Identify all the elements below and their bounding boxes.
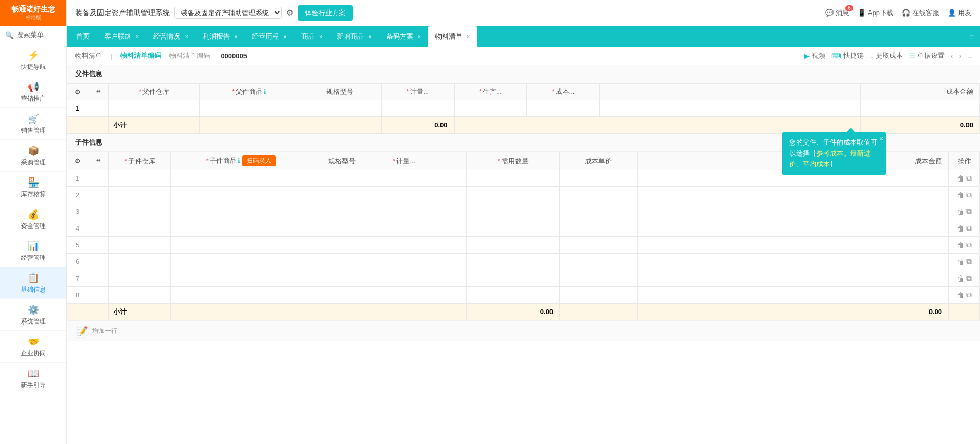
tab-goods[interactable]: 商品 × xyxy=(294,26,329,47)
parent-row-1-cost[interactable] xyxy=(527,100,600,117)
child-row-6-unit[interactable] xyxy=(373,254,435,270)
child-row-4-goods[interactable] xyxy=(171,220,311,237)
child-row-3-spec[interactable] xyxy=(311,203,373,220)
copy-icon-2[interactable]: ⧉ xyxy=(966,190,972,199)
delete-icon-4[interactable]: 🗑 xyxy=(957,224,964,233)
breadcrumb-current[interactable]: 物料清单编码 xyxy=(120,51,161,61)
system-select[interactable]: 装备及固定资产辅助管理系统 xyxy=(174,7,282,19)
sidebar-item-guide[interactable]: 📖 新手引导 xyxy=(0,363,66,394)
parent-row-1-unit[interactable] xyxy=(381,100,454,117)
tab-operation-history[interactable]: 经营历程 × xyxy=(244,26,293,47)
child-row-4-unit-price[interactable] xyxy=(560,220,638,237)
child-row-6-goods[interactable] xyxy=(171,254,311,270)
user-item[interactable]: 👤 用友 xyxy=(948,8,972,18)
child-row-8-spec[interactable] xyxy=(311,287,373,304)
online-service-item[interactable]: 🎧 在线客服 xyxy=(902,8,939,18)
child-row-2-goods[interactable] xyxy=(171,187,311,203)
sidebar-item-sales[interactable]: 🛒 销售管理 xyxy=(0,108,66,140)
child-row-5-warehouse[interactable] xyxy=(109,237,171,254)
tooltip-close-button[interactable]: × xyxy=(879,134,883,144)
sidebar-item-system[interactable]: ⚙️ 系统管理 xyxy=(0,299,66,331)
app-download-item[interactable]: 📱 App下载 xyxy=(858,8,893,18)
tab-new-goods[interactable]: 新增商品 × xyxy=(329,26,378,47)
delete-icon-5[interactable]: 🗑 xyxy=(957,241,964,249)
list-view-toggle[interactable]: ≡ xyxy=(967,52,972,60)
delete-icon-2[interactable]: 🗑 xyxy=(957,191,964,199)
tab-bom-close[interactable]: × xyxy=(467,33,470,40)
tab-operation-status[interactable]: 经营情况 × xyxy=(146,26,195,47)
extract-cost-action[interactable]: ↓ 提取成本 xyxy=(870,51,903,61)
parent-row-1-goods[interactable] xyxy=(200,100,299,117)
child-row-7-goods[interactable] xyxy=(171,270,311,287)
delete-icon-3[interactable]: 🗑 xyxy=(957,208,964,216)
parent-row-1-production[interactable] xyxy=(454,100,527,117)
child-row-5-unit[interactable] xyxy=(373,237,435,254)
tab-customer-close[interactable]: × xyxy=(136,33,139,40)
child-goods-info-icon[interactable]: ℹ xyxy=(238,157,240,164)
tab-customer[interactable]: 客户联络 × xyxy=(97,26,146,47)
copy-icon-8[interactable]: ⧉ xyxy=(966,291,972,299)
tab-bom[interactable]: 物料清单 × xyxy=(428,26,477,47)
child-row-7-unit-price[interactable] xyxy=(560,270,638,287)
parent-row-1-spec[interactable] xyxy=(299,100,381,117)
sidebar-item-quick-nav[interactable]: ⚡ 快捷导航 xyxy=(0,44,66,76)
copy-icon-4[interactable]: ⧉ xyxy=(966,224,972,233)
child-row-3-unit-price[interactable] xyxy=(560,203,638,220)
parent-row-1-warehouse[interactable] xyxy=(109,100,200,117)
child-row-1-spec[interactable] xyxy=(311,170,373,187)
child-row-2-unit[interactable] xyxy=(373,187,435,203)
child-row-6-quantity[interactable] xyxy=(467,254,560,270)
child-row-5-unit-price[interactable] xyxy=(560,237,638,254)
scan-button[interactable]: 扫码录入 xyxy=(242,155,276,166)
sidebar-item-purchase[interactable]: 📦 采购管理 xyxy=(0,140,66,172)
tab-goods-close[interactable]: × xyxy=(319,33,322,40)
child-row-2-quantity[interactable] xyxy=(467,187,560,203)
copy-icon-3[interactable]: ⧉ xyxy=(966,207,972,216)
parent-col-setting[interactable]: ⚙ xyxy=(67,84,88,100)
settings-icon[interactable]: ⚙ xyxy=(286,8,293,18)
copy-icon-1[interactable]: ⧉ xyxy=(966,174,972,183)
nav-prev[interactable]: ‹ xyxy=(951,52,953,60)
message-item[interactable]: 💬 6 消息 xyxy=(825,8,849,18)
copy-icon-6[interactable]: ⧉ xyxy=(966,257,972,266)
child-row-1-warehouse[interactable] xyxy=(109,170,171,187)
child-row-4-spec[interactable] xyxy=(311,220,373,237)
tab-profit-report[interactable]: 利润报告 × xyxy=(195,26,244,47)
add-row-icon[interactable]: 📝 xyxy=(75,325,88,338)
child-row-7-quantity[interactable] xyxy=(467,270,560,287)
child-row-5-quantity[interactable] xyxy=(467,237,560,254)
delete-icon-7[interactable]: 🗑 xyxy=(957,274,964,283)
child-row-6-warehouse[interactable] xyxy=(109,254,171,270)
child-row-4-unit[interactable] xyxy=(373,220,435,237)
child-row-3-goods[interactable] xyxy=(171,203,311,220)
child-row-7-unit[interactable] xyxy=(373,270,435,287)
child-row-2-warehouse[interactable] xyxy=(109,187,171,203)
tab-barcode[interactable]: 条码方案 × xyxy=(379,26,428,47)
trial-button[interactable]: 体验行业方案 xyxy=(298,5,353,21)
copy-icon-5[interactable]: ⧉ xyxy=(966,241,972,249)
child-row-1-quantity[interactable] xyxy=(467,170,560,187)
parent-goods-info-icon[interactable]: ℹ xyxy=(264,88,266,95)
sidebar-item-marketing[interactable]: 📢 营销推广 xyxy=(0,76,66,108)
sidebar-item-enterprise[interactable]: 🤝 企业协同 xyxy=(0,331,66,363)
delete-icon-8[interactable]: 🗑 xyxy=(957,291,964,299)
breadcrumb-parent[interactable]: 物料清单 xyxy=(75,51,102,61)
search-menu[interactable]: 🔍 搜索菜单 xyxy=(0,26,66,44)
child-row-8-unit[interactable] xyxy=(373,287,435,304)
child-row-7-warehouse[interactable] xyxy=(109,270,171,287)
child-row-3-unit[interactable] xyxy=(373,203,435,220)
child-row-8-warehouse[interactable] xyxy=(109,287,171,304)
tab-new-goods-close[interactable]: × xyxy=(368,33,371,40)
child-row-5-goods[interactable] xyxy=(171,237,311,254)
child-row-1-goods[interactable] xyxy=(171,170,311,187)
tab-operation-status-close[interactable]: × xyxy=(185,33,188,40)
child-row-6-spec[interactable] xyxy=(311,254,373,270)
delete-icon-6[interactable]: 🗑 xyxy=(957,258,964,266)
close-all-tabs[interactable]: ≡ xyxy=(965,32,978,41)
nav-next[interactable]: › xyxy=(959,52,961,60)
child-row-8-unit-price[interactable] xyxy=(560,287,638,304)
child-row-3-warehouse[interactable] xyxy=(109,203,171,220)
sidebar-item-finance[interactable]: 💰 资金管理 xyxy=(0,203,66,235)
delete-icon-1[interactable]: 🗑 xyxy=(957,174,964,183)
child-col-setting[interactable]: ⚙ xyxy=(67,152,88,170)
